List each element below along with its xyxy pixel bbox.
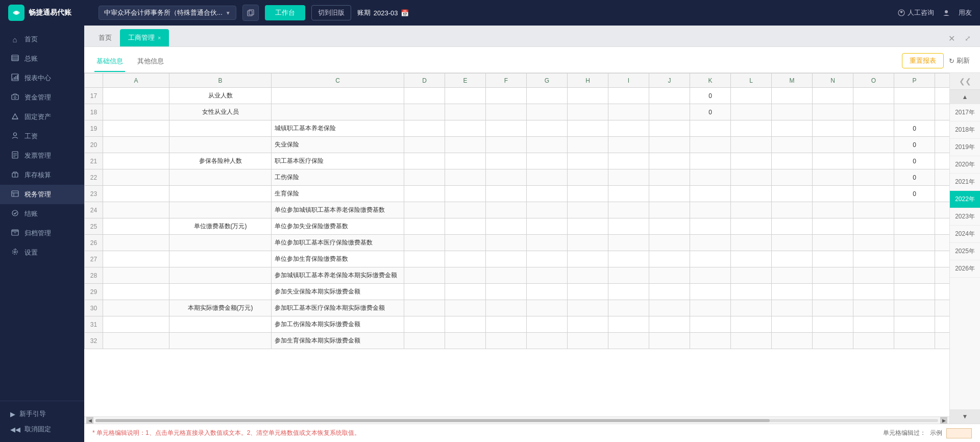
cell-g24[interactable] <box>527 202 568 218</box>
cell-c19[interactable]: 城镇职工基本养老保险 <box>272 120 404 137</box>
cell-d18[interactable] <box>404 104 445 120</box>
cell-g30[interactable] <box>527 300 568 316</box>
cell-p29[interactable] <box>894 284 935 300</box>
expand-window-icon[interactable]: ⤢ <box>962 32 974 44</box>
cell-k17[interactable]: 0 <box>690 88 731 104</box>
cell-m27[interactable] <box>772 251 813 267</box>
cell-n24[interactable] <box>813 202 853 218</box>
calendar-icon[interactable]: 📅 <box>401 9 409 17</box>
cell-c28[interactable]: 参加城镇职工基本养老保险本期实际缴费金额 <box>272 267 404 284</box>
cell-j21[interactable] <box>649 153 690 169</box>
cell-k26[interactable] <box>690 235 731 251</box>
cell-p31[interactable] <box>894 316 935 333</box>
cell-p23[interactable]: 0 <box>894 186 935 202</box>
cell-n22[interactable] <box>813 169 853 186</box>
cell-i29[interactable] <box>608 284 649 300</box>
cell-j17[interactable] <box>649 88 690 104</box>
sidebar-item-home[interactable]: ⌂ 首页 <box>0 30 84 49</box>
cell-l27[interactable] <box>731 251 772 267</box>
cell-l24[interactable] <box>731 202 772 218</box>
cell-b32[interactable] <box>169 333 272 349</box>
cell-o19[interactable] <box>853 120 894 137</box>
cell-q18[interactable] <box>935 104 950 120</box>
cell-e20[interactable] <box>445 137 486 153</box>
cell-d27[interactable] <box>404 251 445 267</box>
reset-report-button[interactable]: 重置报表 <box>902 53 944 68</box>
cell-m18[interactable] <box>772 104 813 120</box>
cell-h31[interactable] <box>568 316 608 333</box>
cell-j32[interactable] <box>649 333 690 349</box>
year-item-2024[interactable]: 2024年 <box>950 226 980 243</box>
tab-close-icon[interactable]: × <box>158 35 161 41</box>
cell-c22[interactable]: 工伤保险 <box>272 169 404 186</box>
year-scroll-up-button[interactable]: ▲ <box>950 90 980 104</box>
cell-m17[interactable] <box>772 88 813 104</box>
cell-b25[interactable]: 单位缴费基数(万元) <box>169 218 272 235</box>
sidebar-item-inventory[interactable]: 库存核算 <box>0 165 84 185</box>
cell-l30[interactable] <box>731 300 772 316</box>
cell-q20[interactable] <box>935 137 950 153</box>
cell-j24[interactable] <box>649 202 690 218</box>
cell-q21[interactable] <box>935 153 950 169</box>
sidebar-item-archive[interactable]: 归档管理 <box>0 224 84 243</box>
cell-g18[interactable] <box>527 104 568 120</box>
cell-l23[interactable] <box>731 186 772 202</box>
cell-q25[interactable] <box>935 218 950 235</box>
sidebar-item-settings[interactable]: 设置 <box>0 243 84 262</box>
cell-h28[interactable] <box>568 267 608 284</box>
cell-j28[interactable] <box>649 267 690 284</box>
cell-n18[interactable] <box>813 104 853 120</box>
cell-e29[interactable] <box>445 284 486 300</box>
cell-i18[interactable] <box>608 104 649 120</box>
cell-l26[interactable] <box>731 235 772 251</box>
cell-b20[interactable] <box>169 137 272 153</box>
cell-n29[interactable] <box>813 284 853 300</box>
close-window-icon[interactable]: ✕ <box>945 32 958 44</box>
sub-tab-other-info[interactable]: 其他信息 <box>135 54 166 72</box>
cell-p19[interactable]: 0 <box>894 120 935 137</box>
cell-i19[interactable] <box>608 120 649 137</box>
cell-q23[interactable] <box>935 186 950 202</box>
cell-e27[interactable] <box>445 251 486 267</box>
year-item-2018[interactable]: 2018年 <box>950 121 980 139</box>
unpin-button[interactable]: ◀◀ 取消固定 <box>8 422 76 437</box>
cell-g21[interactable] <box>527 153 568 169</box>
sidebar-item-ledger[interactable]: 总账 <box>0 49 84 68</box>
sidebar-item-salary[interactable]: 工资 <box>0 127 84 146</box>
cell-p30[interactable] <box>894 300 935 316</box>
cell-a28[interactable] <box>103 267 169 284</box>
cell-j20[interactable] <box>649 137 690 153</box>
cell-b31[interactable] <box>169 316 272 333</box>
cell-h23[interactable] <box>568 186 608 202</box>
cell-q31[interactable] <box>935 316 950 333</box>
cell-p32[interactable] <box>894 333 935 349</box>
cell-p18[interactable] <box>894 104 935 120</box>
cell-f17[interactable] <box>486 88 527 104</box>
cell-p17[interactable] <box>894 88 935 104</box>
cell-m21[interactable] <box>772 153 813 169</box>
cell-n28[interactable] <box>813 267 853 284</box>
cell-k21[interactable] <box>690 153 731 169</box>
tab-business[interactable]: 工商管理 × <box>120 29 169 46</box>
cell-e23[interactable] <box>445 186 486 202</box>
year-item-2023[interactable]: 2023年 <box>950 208 980 226</box>
cell-c21[interactable]: 职工基本医疗保险 <box>272 153 404 169</box>
cell-i24[interactable] <box>608 202 649 218</box>
cell-o22[interactable] <box>853 169 894 186</box>
cell-l20[interactable] <box>731 137 772 153</box>
cell-f19[interactable] <box>486 120 527 137</box>
cell-h19[interactable] <box>568 120 608 137</box>
cell-f18[interactable] <box>486 104 527 120</box>
sidebar-item-invoice[interactable]: 发票管理 <box>0 146 84 165</box>
cell-j22[interactable] <box>649 169 690 186</box>
cell-q19[interactable] <box>935 120 950 137</box>
year-item-2020[interactable]: 2020年 <box>950 156 980 174</box>
cell-m31[interactable] <box>772 316 813 333</box>
cell-q28[interactable] <box>935 267 950 284</box>
cell-o30[interactable] <box>853 300 894 316</box>
cell-e21[interactable] <box>445 153 486 169</box>
cell-o17[interactable] <box>853 88 894 104</box>
cell-n26[interactable] <box>813 235 853 251</box>
cell-d26[interactable] <box>404 235 445 251</box>
spreadsheet-scroll-area[interactable]: A B C D E F G H I J K L <box>84 73 949 416</box>
